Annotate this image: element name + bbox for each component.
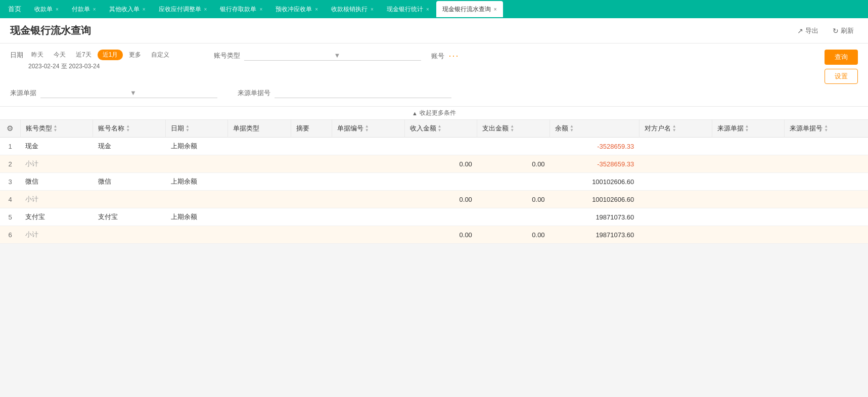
table-row: 5 支付宝 支付宝 上期余额 19871073.60: [0, 208, 868, 226]
cell-account-type: 小计: [20, 155, 93, 173]
th-account-name[interactable]: 账号名称 ▲▼: [93, 120, 166, 138]
date-btn-yesterday[interactable]: 昨天: [27, 50, 48, 60]
nav-tab-close-2[interactable]: ×: [143, 7, 146, 12]
cell-source-doc: [712, 226, 785, 244]
cell-summary: [291, 155, 332, 173]
cell-doc-type: [228, 138, 291, 155]
nav-tab-label-2: 其他收入单: [109, 5, 140, 14]
table-row: 4 小计 0.00 0.00 100102606.60: [0, 191, 868, 208]
date-btn-more[interactable]: 更多: [125, 50, 145, 60]
cell-account-type: 支付宝: [20, 208, 93, 226]
th-account-type[interactable]: 账号类型 ▲▼: [20, 120, 93, 138]
nav-tab-close-7[interactable]: ×: [426, 7, 429, 12]
nav-tab-1[interactable]: 付款单 ×: [66, 1, 102, 17]
cell-doc-type: [228, 155, 291, 173]
cell-source-doc-no: [785, 208, 868, 226]
settings-button[interactable]: 设置: [825, 69, 858, 84]
th-source-doc-no[interactable]: 来源单据号 ▲▼: [785, 120, 868, 138]
date-btn-7days[interactable]: 近7天: [72, 50, 96, 60]
refresh-label: 刷新: [841, 26, 854, 35]
table-header-row: ⚙ 账号类型 ▲▼ 账号名称 ▲▼ 日期: [0, 120, 868, 138]
nav-home[interactable]: 首页: [2, 3, 27, 16]
cell-account-type: 现金: [20, 138, 93, 155]
cell-date: [166, 191, 228, 208]
cell-expense: [477, 138, 550, 155]
cell-source-doc-no: [785, 226, 868, 244]
nav-tab-label-0: 收款单: [34, 5, 53, 14]
nav-tab-close-6[interactable]: ×: [371, 7, 374, 12]
th-balance[interactable]: 余额 ▲▼: [550, 120, 639, 138]
source-doc-arrow-icon: ▼: [130, 89, 215, 97]
nav-tab-label-6: 收款核销执行: [331, 5, 368, 14]
cell-doc-no: [332, 191, 404, 208]
nav-tab-4[interactable]: 银行存取款单 ×: [214, 1, 268, 17]
nav-tab-2[interactable]: 其他收入单 ×: [103, 1, 152, 17]
cell-date: 上期余额: [166, 208, 228, 226]
nav-tab-0[interactable]: 收款单 ×: [28, 1, 65, 17]
refresh-button[interactable]: ↻ 刷新: [829, 24, 858, 37]
source-doc-no-input[interactable]: [275, 88, 451, 98]
cell-balance: -3528659.33: [550, 138, 639, 155]
cell-income: 0.00: [404, 226, 477, 244]
gear-icon[interactable]: ⚙: [7, 124, 13, 133]
nav-tab-6[interactable]: 收款核销执行 ×: [325, 1, 380, 17]
date-range-display: 2023-02-24 至 2023-03-24: [28, 63, 100, 70]
page-header: 现金银行流水查询 ↗ 导出 ↻ 刷新: [0, 18, 868, 43]
export-icon: ↗: [797, 27, 803, 35]
table-row: 1 现金 现金 上期余额 -3528659.33: [0, 138, 868, 155]
th-doc-no[interactable]: 单据编号 ▲▼: [332, 120, 404, 138]
cell-account-name: 微信: [93, 173, 166, 191]
query-button[interactable]: 查询: [825, 50, 858, 65]
th-summary: 摘要: [291, 120, 332, 138]
date-btn-1month[interactable]: 近1月: [98, 50, 123, 60]
nav-tab-close-4[interactable]: ×: [259, 7, 262, 12]
table-row: 3 微信 微信 上期余额 100102606.60: [0, 173, 868, 191]
nav-tab-8[interactable]: 现金银行流水查询 ×: [436, 1, 503, 17]
th-doc-type: 单据类型: [228, 120, 291, 138]
account-no-dots[interactable]: ···: [448, 51, 459, 61]
date-btn-today[interactable]: 今天: [50, 50, 70, 60]
cell-balance: -3528659.33: [550, 155, 639, 173]
cell-expense: [477, 208, 550, 226]
nav-tab-7[interactable]: 现金银行统计 ×: [381, 1, 435, 17]
collapse-bar[interactable]: ▲ 收起更多条件: [0, 107, 868, 120]
nav-tab-label-5: 预收冲应收单: [276, 5, 312, 14]
cell-source-doc-no: [785, 155, 868, 173]
th-source-doc[interactable]: 来源单据 ▲▼: [712, 120, 785, 138]
nav-tab-5[interactable]: 预收冲应收单 ×: [269, 1, 324, 17]
source-doc-select[interactable]: ▼: [40, 88, 217, 98]
nav-tab-close-1[interactable]: ×: [93, 7, 96, 12]
cell-expense: 0.00: [477, 155, 550, 173]
th-counterparty[interactable]: 对方户名 ▲▼: [639, 120, 712, 138]
chevron-up-icon: ▲: [412, 110, 418, 116]
th-expense[interactable]: 支出金额 ▲▼: [477, 120, 550, 138]
date-btn-custom[interactable]: 自定义: [147, 50, 173, 60]
th-gear[interactable]: ⚙: [0, 120, 20, 138]
cell-expense: 0.00: [477, 191, 550, 208]
cell-source-doc-no: [785, 173, 868, 191]
nav-tab-close-8[interactable]: ×: [494, 7, 497, 12]
nav-tab-3[interactable]: 应收应付调整单 ×: [153, 1, 213, 17]
filter-area: 日期 昨天 今天 近7天 近1月 更多 自定义 2023-02-24 至 202…: [0, 43, 868, 107]
date-label: 日期: [10, 51, 23, 60]
cell-doc-no: [332, 173, 404, 191]
th-income[interactable]: 收入金额 ▲▼: [404, 120, 477, 138]
top-navigation: 首页 收款单 × 付款单 × 其他收入单 × 应收应付调整单 × 银行存取款单 …: [0, 0, 868, 18]
date-options: 昨天 今天 近7天 近1月 更多 自定义: [27, 50, 173, 60]
nav-tab-close-5[interactable]: ×: [315, 7, 318, 12]
account-type-select[interactable]: ▼: [244, 51, 421, 61]
cell-date: [166, 226, 228, 244]
cell-income: [404, 173, 477, 191]
collapse-label: 收起更多条件: [420, 109, 456, 117]
th-date[interactable]: 日期 ▲▼: [166, 120, 228, 138]
nav-tab-close-3[interactable]: ×: [204, 7, 207, 12]
cell-doc-no: [332, 155, 404, 173]
cell-row-num: 6: [0, 226, 20, 244]
nav-tab-close-0[interactable]: ×: [56, 7, 59, 12]
refresh-icon: ↻: [833, 27, 839, 35]
cell-expense: 0.00: [477, 226, 550, 244]
export-button[interactable]: ↗ 导出: [793, 24, 823, 37]
cell-doc-no: [332, 226, 404, 244]
cell-account-type: 小计: [20, 191, 93, 208]
cell-counterparty: [639, 173, 712, 191]
